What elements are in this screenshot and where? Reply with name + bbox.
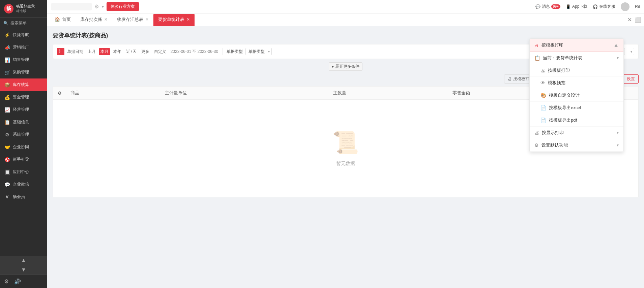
sidebar-item-system[interactable]: ⚙ 系统管理 — [0, 128, 47, 141]
headset-icon: 🎧 — [593, 4, 598, 9]
template-excel-left: 📄 按模板导出excel — [540, 105, 581, 111]
expand-more-btn[interactable]: ▾ 展开更多条件 — [329, 62, 362, 71]
sidebar-scroll-up[interactable]: ▲ — [0, 256, 47, 265]
tab-collection-summary[interactable]: 收发存汇总表 ✕ — [112, 14, 153, 26]
search-icon: 🔍 — [3, 21, 8, 26]
sidebar-scroll-down[interactable]: ▼ — [0, 265, 47, 275]
date-btn-more[interactable]: 更多 — [140, 48, 151, 55]
print-dropdown-header: 🖨 按模板打印 ▲ — [530, 39, 623, 52]
sidebar-item-basic[interactable]: 📋 基础信息 — [0, 116, 47, 128]
main-area: ⚙ ▾ 体验行业方案 💬 消息 99+ 📱 App下载 🎧 在线客服 Rit 🏠 — [47, 0, 644, 288]
print-dropdown: 🖨 按模板打印 ▲ 📋 当前：要货单统计表 ▾ 🖨 按模板打印 — [529, 38, 624, 152]
sidebar-item-enterprise[interactable]: 🤝 企业协同 — [0, 141, 47, 153]
print-dropdown-close-btn[interactable]: ▲ — [613, 42, 619, 48]
date-btn-this-month[interactable]: 本月 — [99, 48, 110, 55]
settings-icon[interactable]: ⚙ — [4, 278, 9, 285]
filter-type-select[interactable]: 单据类型 — [245, 48, 272, 55]
print-dropdown-header-left: 🖨 按模板打印 — [534, 42, 563, 48]
tab-collection-summary-label: 收发存汇总表 — [117, 17, 143, 23]
date-btn-last-month[interactable]: 上月 — [86, 48, 97, 55]
template-pdf-label: 按模板导出pdf — [549, 117, 577, 123]
sidebar-item-newbie[interactable]: 🎯 新手引导 — [0, 153, 47, 166]
tabs-bar-actions: ✕ ⬜ — [627, 17, 641, 23]
display-print-left: 🖨 按显示打印 — [534, 130, 564, 136]
date-btn-custom[interactable]: 自定义 — [152, 48, 168, 55]
page-content: 要货单统计表(按商品) 》 单据日期 上月 本月 本年 近7天 更多 自定义 2… — [47, 26, 644, 288]
topbar-gear-icon[interactable]: ⚙ — [94, 3, 99, 10]
topbar-right: 💬 消息 99+ 📱 App下载 🎧 在线客服 Rit — [535, 2, 640, 11]
audio-icon[interactable]: 🔊 — [14, 278, 21, 285]
sidebar-item-quick-nav[interactable]: ⚡ 快捷导航 — [0, 29, 47, 41]
default-func-left: ⚙ 设置默认功能 — [534, 142, 568, 148]
default-func-arrow: ▾ — [617, 143, 619, 148]
topbar-dropdown-icon[interactable]: ▾ — [102, 4, 104, 9]
print-dropdown-template-print[interactable]: 🖨 按模板打印 — [530, 64, 623, 77]
sidebar-item-inventory[interactable]: 📦 库存核算 — [0, 78, 47, 91]
tab-order-stats-label: 要货单统计表 — [158, 17, 184, 23]
template-pdf-icon: 📄 — [540, 118, 546, 123]
tab-order-stats[interactable]: 要货单统计表 ✕ — [153, 14, 195, 26]
online-service-btn[interactable]: 🎧 在线客服 — [593, 4, 615, 9]
avatar[interactable] — [621, 2, 630, 11]
print-dropdown-template-design[interactable]: 🎨 模板自定义设计 — [530, 89, 623, 102]
sidebar-item-operation[interactable]: 📈 经营管理 — [0, 103, 47, 116]
print-dropdown-default-func[interactable]: ⚙ 设置默认功能 ▾ — [530, 139, 623, 152]
tab-home-label: 首页 — [62, 17, 71, 23]
sidebar-search-label: 搜索菜单 — [10, 20, 27, 26]
purchase-icon: 🛒 — [4, 70, 10, 75]
tab-batch-ledger-close[interactable]: ✕ — [104, 17, 108, 22]
enterprise-icon: 🤝 — [4, 145, 10, 150]
app-download-label: App下载 — [572, 4, 587, 9]
empty-text: 暂无数据 — [336, 161, 355, 167]
operation-icon: 📈 — [4, 107, 10, 113]
current-item-label: 当前：要货单统计表 — [543, 55, 582, 61]
tab-maximize-btn[interactable]: ⬜ — [635, 17, 641, 23]
app-download-btn[interactable]: 📱 App下载 — [566, 4, 587, 9]
tab-close-all-btn[interactable]: ✕ — [627, 17, 632, 23]
sidebar-menu: ⚡ 快捷导航 📣 营销推广 📊 销售管理 🛒 采购管理 📦 库存核算 💰 资金管… — [0, 29, 47, 256]
filter-expand-btn[interactable]: 》 — [57, 48, 64, 55]
tab-collection-summary-close[interactable]: ✕ — [145, 17, 149, 22]
table-col-goods: 商品 — [66, 87, 161, 100]
filter-divider — [222, 48, 223, 55]
quick-nav-icon: ⚡ — [4, 32, 10, 38]
sidebar-item-finance[interactable]: 💰 资金管理 — [0, 91, 47, 103]
print-dropdown-current[interactable]: 📋 当前：要货单统计表 ▾ — [530, 52, 623, 64]
tab-batch-ledger[interactable]: 库存批次账 ✕ — [76, 14, 112, 26]
sidebar-item-wechat[interactable]: 💬 企业微信 — [0, 178, 47, 191]
sidebar: 畅 畅通好生意 标准版 🔍 搜索菜单 ⚡ 快捷导航 📣 营销推广 📊 销售管理 … — [0, 0, 47, 288]
sidebar-item-label: 资金管理 — [13, 94, 29, 100]
sidebar-item-sales[interactable]: 📊 销售管理 — [0, 54, 47, 66]
print-dropdown-template-preview[interactable]: 👁 模板预览 — [530, 77, 623, 89]
tab-order-stats-close[interactable]: ✕ — [186, 17, 190, 22]
sidebar-item-marketing[interactable]: 📣 营销推广 — [0, 41, 47, 54]
trial-btn[interactable]: 体验行业方案 — [107, 2, 139, 11]
messages-btn[interactable]: 💬 消息 99+ — [535, 4, 560, 9]
sidebar-item-label: 基础信息 — [13, 119, 29, 125]
sidebar-item-label: 快捷导航 — [13, 32, 29, 38]
username: Rit — [635, 4, 640, 9]
template-print-icon: 🖨 — [540, 68, 545, 73]
print-dropdown-template-pdf[interactable]: 📄 按模板导出pdf — [530, 114, 623, 127]
tab-home[interactable]: 🏠 首页 — [50, 14, 76, 26]
sidebar-item-label: 采购管理 — [13, 69, 29, 75]
table-col-settings[interactable]: ⚙ — [53, 87, 66, 100]
filter-order-goods-select[interactable] — [624, 48, 634, 55]
date-label: 单据日期 — [67, 49, 83, 55]
date-btn-7days[interactable]: 近7天 — [124, 48, 138, 55]
home-icon: 🏠 — [55, 17, 60, 22]
topbar-search[interactable] — [51, 3, 92, 10]
newbie-icon: 🎯 — [4, 157, 10, 162]
print-dropdown-template-excel[interactable]: 📄 按模板导出excel — [530, 102, 623, 114]
sidebar-item-member[interactable]: V 畅会员 — [0, 191, 47, 203]
print-dropdown-display-print[interactable]: 🖨 按显示打印 ▾ — [530, 127, 623, 139]
sidebar-item-purchase[interactable]: 🛒 采购管理 — [0, 66, 47, 78]
date-btn-this-year[interactable]: 本年 — [112, 48, 123, 55]
type-label: 单据类型 — [227, 49, 243, 55]
settings-btn[interactable]: 设置 — [623, 74, 639, 84]
print-icon: 🖨 — [508, 76, 512, 81]
table-col-unit: 主计量单位 — [161, 87, 329, 100]
sidebar-item-app[interactable]: 🔲 应用中心 — [0, 166, 47, 178]
template-excel-icon: 📄 — [540, 105, 546, 110]
sidebar-search[interactable]: 🔍 搜索菜单 — [0, 18, 47, 29]
